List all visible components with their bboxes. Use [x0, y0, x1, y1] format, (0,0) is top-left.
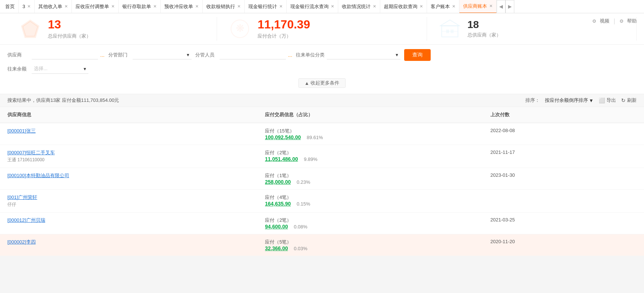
query-button[interactable]: 查询: [404, 49, 431, 61]
nav-ar-adjustment-close[interactable]: ✕: [111, 4, 115, 9]
person-dots[interactable]: ...: [288, 52, 293, 58]
nav-advance-collect[interactable]: 预收冲应收单 ✕: [161, 0, 203, 13]
filter-person: 分管人员 ...: [195, 51, 293, 59]
category-filter-select[interactable]: ▾: [327, 51, 400, 59]
payable-amount[interactable]: 164,635.90: [265, 201, 291, 207]
nav-collect-stat[interactable]: 收款情况统计 ✕: [338, 0, 380, 13]
supplier-link[interactable]: [000002]李四: [7, 239, 36, 245]
table-row: [000012]广州贝瑞应付（2笔）94,600.000.08%2021-03-…: [0, 213, 644, 234]
person-filter-label: 分管人员: [195, 52, 217, 58]
nav-collect-stat-close[interactable]: ✕: [373, 4, 376, 9]
total-suppliers-count: 18: [468, 19, 501, 31]
col-last-pay: 上次付数: [483, 107, 644, 123]
export-button[interactable]: ⬜ 导出: [599, 97, 616, 104]
nav-advance-collect-close[interactable]: ✕: [195, 4, 199, 9]
nav-receipt-verify[interactable]: 收款核销执行 ✕: [203, 0, 245, 13]
supplier-link[interactable]: [000100]本特勤油品有限公司: [7, 173, 69, 178]
supplier-link[interactable]: [000007]恒旺二手叉车: [7, 150, 55, 155]
payable-percentage: 0.15%: [297, 201, 310, 207]
nav-receipt-verify-close[interactable]: ✕: [237, 4, 241, 9]
payable-percentage: 0.08%: [294, 224, 307, 230]
supplier-info-cell: [000002]李四: [0, 234, 258, 256]
payable-label: 应付（2笔）: [265, 149, 476, 156]
payable-percentage: 0.03%: [294, 246, 307, 251]
nav-tab3-close[interactable]: ✕: [27, 4, 31, 9]
payable-percentage: 9.89%: [304, 156, 318, 162]
nav-home-label: 首页: [5, 3, 15, 10]
summary-card-payable-total: ❋ 11,170.39 应付合计（万）: [217, 17, 427, 41]
col-payable-info: 应付交易信息（占比）: [258, 107, 483, 123]
balance-dropdown-icon: ▾: [84, 66, 86, 72]
payable-label: 应付（15笔）: [265, 128, 476, 134]
nav-prev-arrow[interactable]: ◀: [497, 0, 505, 13]
nav-bank-deposit[interactable]: 银行存取款单 ✕: [119, 0, 161, 13]
payable-amount[interactable]: 94,600.00: [265, 224, 288, 230]
dept-dropdown-icon: ▾: [187, 52, 189, 58]
table-row: [000007]恒旺二手叉车王通 17106110000应付（2笔）11,051…: [0, 145, 644, 168]
supplier-info-cell: [000100]本特勤油品有限公司: [0, 168, 258, 190]
nav-bank-deposit-close[interactable]: ✕: [153, 4, 157, 9]
payable-info-cell: 应付（5笔）32,366.000.03%: [258, 234, 483, 256]
nav-tab3[interactable]: 3 ✕: [19, 0, 35, 13]
nav-home[interactable]: 首页: [1, 0, 19, 13]
supplier-info-cell: [000001]张三: [0, 123, 258, 145]
svg-marker-5: [440, 20, 459, 26]
result-info: 搜索结果中，供应商13家 应付金额111,703,854.00元: [7, 97, 119, 104]
category-filter-label: 往来单位分类: [296, 52, 325, 58]
nav-supplier-account-close[interactable]: ✕: [489, 4, 493, 8]
payable-info-cell: 应付（4笔）164,635.900.15%: [258, 190, 483, 213]
last-pay-cell: 2023-01-30: [483, 168, 644, 190]
supplier-link[interactable]: [000001]张三: [7, 128, 36, 134]
payable-info-cell: 应付（1笔）258,000.000.23%: [258, 168, 483, 190]
filter-dept: 分管部门 ▾: [108, 51, 192, 59]
divider: │: [613, 18, 616, 24]
supplier-link[interactable]: [001]广州荣轩: [7, 194, 37, 200]
balance-filter-select[interactable]: 选择... ▾: [32, 64, 88, 74]
table-row: [000002]李四应付（5笔）32,366.000.03%2020-11-20: [0, 234, 644, 256]
payable-amount[interactable]: 100,092,540.00: [265, 134, 301, 140]
summary-payable-total-text: 11,170.39 应付合计（万）: [258, 18, 310, 39]
nav-supplier-account-label: 供应商账本: [463, 3, 487, 10]
nav-overdue-collect-close[interactable]: ✕: [420, 4, 423, 9]
store-icon: [438, 17, 462, 41]
dept-filter-select[interactable]: ▾: [133, 51, 192, 59]
nav-next-arrow[interactable]: ▶: [505, 0, 514, 13]
nav-other-income-close[interactable]: ✕: [64, 4, 68, 9]
nav-cash-bank-stat-close[interactable]: ✕: [279, 4, 283, 9]
supplier-filter-input[interactable]: [32, 51, 98, 59]
help-icon: ⊙: [620, 18, 623, 24]
circle-icon: ⊙: [592, 18, 596, 24]
result-bar: 搜索结果中，供应商13家 应付金额111,703,854.00元 排序： 按应付…: [0, 94, 644, 107]
supplier-dots[interactable]: ...: [100, 52, 105, 58]
nav-overdue-collect[interactable]: 超期应收款查询 ✕: [380, 0, 427, 13]
sort-select[interactable]: 按应付余额倒序排序 ▼: [545, 97, 594, 104]
person-filter-input[interactable]: [220, 51, 286, 59]
nav-other-income[interactable]: 其他收入单 ✕: [35, 0, 72, 13]
nav-cash-bank-flow-close[interactable]: ✕: [331, 4, 334, 9]
nav-cash-bank-flow[interactable]: 现金银行流水查询 ✕: [287, 0, 338, 13]
collapse-button[interactable]: ▲ 收起更多条件: [298, 78, 346, 88]
nav-cash-bank-stat-label: 现金银行统计: [248, 3, 277, 10]
nav-customer-account[interactable]: 客户账本 ✕: [427, 0, 459, 13]
video-link[interactable]: 视频: [600, 18, 609, 24]
supplier-info-cell: [000007]恒旺二手叉车王通 17106110000: [0, 145, 258, 168]
refresh-icon: ↻: [621, 97, 626, 103]
nav-supplier-account[interactable]: 供应商账本 ✕: [459, 0, 497, 13]
help-link[interactable]: 帮助: [627, 18, 637, 24]
nav-cash-bank-stat[interactable]: 现金银行统计 ✕: [245, 0, 287, 13]
nav-ar-adjustment[interactable]: 应收应付调整单 ✕: [72, 0, 119, 13]
nav-customer-account-label: 客户账本: [431, 3, 450, 10]
table-row: [000100]本特勤油品有限公司应付（1笔）258,000.000.23%20…: [0, 168, 644, 190]
payable-amount[interactable]: 11,051,486.00: [265, 156, 298, 162]
refresh-button[interactable]: ↻ 刷新: [621, 97, 637, 104]
payable-label: 应付（1笔）: [265, 172, 476, 179]
snowflake-icon: ❋: [228, 17, 252, 41]
payable-info-cell: 应付（15笔）100,092,540.0089.61%: [258, 123, 483, 145]
nav-customer-account-close[interactable]: ✕: [452, 4, 455, 9]
payable-amount[interactable]: 32,366.00: [265, 245, 288, 251]
filter-area: 供应商 ... 分管部门 ▾ 分管人员 ... 往来单位分类: [0, 45, 644, 94]
payable-amount[interactable]: 258,000.00: [265, 179, 291, 185]
supplier-sub-info: 仔仔: [7, 201, 250, 208]
export-label: 导出: [606, 97, 616, 104]
supplier-link[interactable]: [000012]广州贝瑞: [7, 217, 45, 223]
